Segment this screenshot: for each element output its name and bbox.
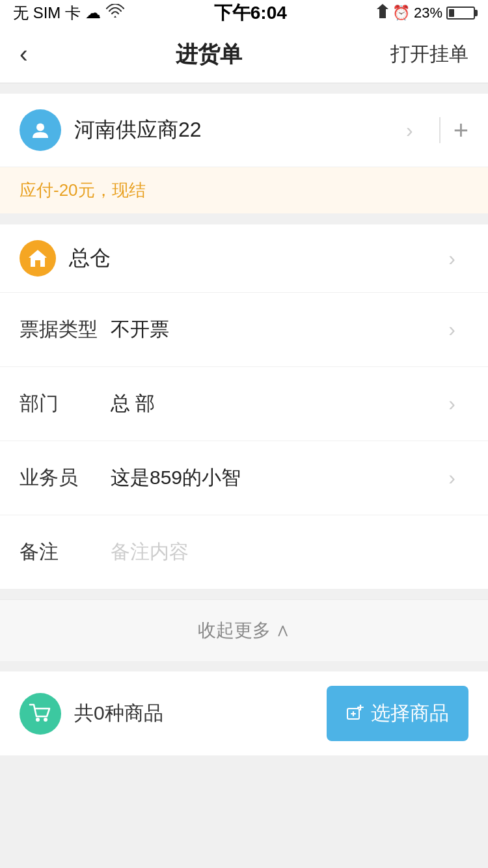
ticket-chevron-icon: ›	[448, 318, 455, 342]
department-chevron-icon: ›	[448, 392, 455, 416]
battery-icon	[446, 7, 475, 20]
open-pending-button[interactable]: 打开挂单	[390, 41, 468, 68]
warehouse-label: 总仓	[69, 244, 448, 273]
supplier-avatar	[20, 109, 61, 151]
notes-placeholder[interactable]: 备注内容	[111, 539, 468, 565]
product-bar: 共0种商品 选择商品	[0, 671, 488, 755]
warehouse-row[interactable]: 总仓 ›	[0, 224, 488, 292]
notes-label: 备注	[20, 539, 111, 565]
info-banner: 应付-20元，现结	[0, 167, 488, 214]
sales-rep-value: 这是859的小智	[111, 465, 448, 491]
select-product-icon	[346, 705, 364, 723]
department-label: 部门	[20, 390, 111, 417]
ticket-type-value: 不开票	[111, 316, 448, 343]
supplier-row[interactable]: 河南供应商22 › +	[0, 94, 488, 167]
svg-point-3	[44, 718, 47, 722]
warehouse-section: 总仓 › 票据类型 不开票 › 部门 总 部 › 业务员 这是859的小智 › …	[0, 224, 488, 589]
supplier-name: 河南供应商22	[74, 116, 406, 144]
product-count-label: 共0种商品	[74, 700, 327, 727]
svg-point-2	[36, 718, 40, 722]
location-icon	[377, 4, 388, 22]
status-bar: 无 SIM 卡 ☁ 下午6:04 ⏰ 23%	[0, 0, 488, 26]
main-background	[0, 755, 488, 868]
status-left: 无 SIM 卡 ☁	[13, 3, 124, 23]
warehouse-icon	[20, 240, 56, 277]
collapse-toggle[interactable]: 收起更多 ∧	[0, 599, 488, 661]
notes-row[interactable]: 备注 备注内容	[0, 515, 488, 589]
sales-rep-chevron-icon: ›	[448, 466, 455, 490]
status-right: ⏰ 23%	[377, 4, 475, 22]
alarm-icon: ⏰	[392, 5, 410, 21]
status-time: 下午6:04	[214, 1, 287, 25]
nav-bar: ‹ 进货单 打开挂单	[0, 26, 488, 83]
sales-rep-row[interactable]: 业务员 这是859的小智 ›	[0, 441, 488, 515]
sim-label: 无 SIM 卡 ☁	[13, 3, 101, 23]
department-value: 总 部	[111, 390, 448, 417]
back-button[interactable]: ‹	[20, 40, 28, 68]
svg-rect-1	[35, 260, 40, 267]
sales-rep-label: 业务员	[20, 465, 111, 491]
supplier-divider	[439, 117, 441, 143]
warehouse-chevron-icon: ›	[448, 247, 455, 271]
department-row[interactable]: 部门 总 部 ›	[0, 366, 488, 441]
add-supplier-button[interactable]: +	[454, 116, 468, 145]
select-product-button[interactable]: 选择商品	[327, 686, 468, 741]
svg-point-0	[36, 124, 44, 131]
product-cart-icon	[20, 693, 61, 735]
person-icon	[31, 120, 50, 140]
ticket-type-row[interactable]: 票据类型 不开票 ›	[0, 292, 488, 366]
ticket-type-label: 票据类型	[20, 316, 111, 343]
battery-percent: 23%	[414, 5, 442, 21]
separator-1	[0, 83, 488, 94]
supplier-chevron-icon: ›	[406, 118, 413, 142]
house-icon	[27, 249, 48, 268]
cart-icon	[29, 703, 52, 724]
page-title: 进货单	[176, 40, 242, 70]
wifi-icon	[106, 4, 124, 22]
select-product-label: 选择商品	[371, 700, 449, 727]
